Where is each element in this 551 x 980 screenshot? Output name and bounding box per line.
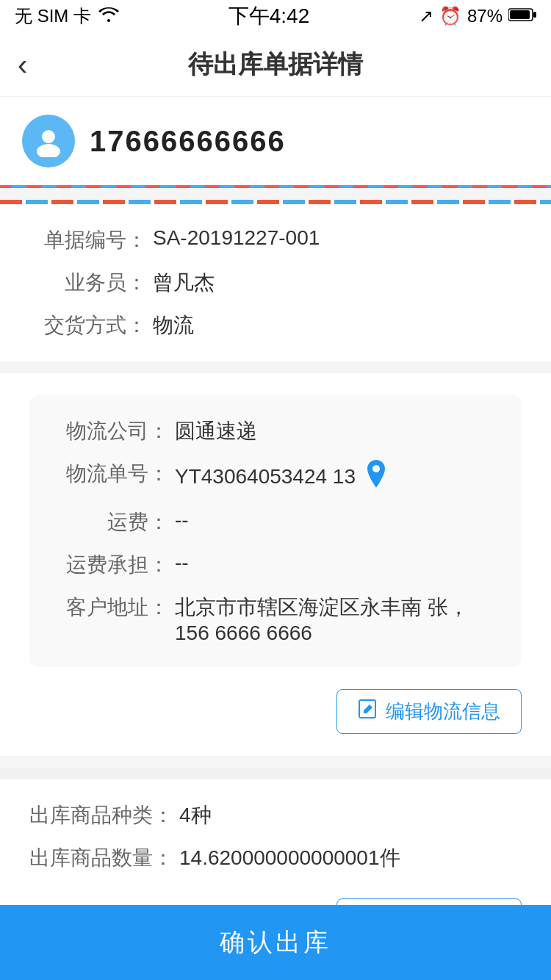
logistics-company-label: 物流公司： xyxy=(51,417,169,445)
status-bar-right: ↗ ⏰ 87% xyxy=(419,6,536,26)
location-pin-icon[interactable] xyxy=(364,460,388,494)
tracking-row: 物流单号： YT43064053424 13 xyxy=(51,460,500,494)
freight-bear-value: -- xyxy=(175,551,500,574)
customer-header: 17666666666 xyxy=(0,97,551,188)
delivery-value: 物流 xyxy=(153,311,522,339)
goods-types-label: 出库商品种类： xyxy=(29,801,173,829)
staff-label: 业务员： xyxy=(29,269,147,297)
edit-logistics-btn-wrap: 编辑物流信息 xyxy=(29,682,522,734)
logistics-company-value: 圆通速递 xyxy=(175,417,500,445)
back-button[interactable]: ‹ xyxy=(18,50,27,79)
svg-point-3 xyxy=(42,130,55,143)
wifi-icon xyxy=(98,6,119,26)
order-number-label: 单据编号： xyxy=(29,226,147,254)
address-value: 北京市市辖区海淀区永丰南 张，156 6666 6666 xyxy=(175,594,500,645)
status-bar: 无 SIM 卡 下午4:42 ↗ ⏰ 87% xyxy=(0,0,551,32)
freight-row: 运费： -- xyxy=(51,508,500,536)
location-status-icon: ↗ xyxy=(419,6,433,26)
svg-rect-1 xyxy=(533,12,536,18)
svg-point-4 xyxy=(37,144,60,157)
logistics-card: 物流公司： 圆通速递 物流单号： YT43064053424 13 运费： -- xyxy=(29,395,522,667)
logistics-section: 物流公司： 圆通速递 物流单号： YT43064053424 13 运费： -- xyxy=(0,373,551,756)
goods-quantity-row: 出库商品数量： 14.620000000000001件 xyxy=(29,844,522,872)
goods-quantity-label: 出库商品数量： xyxy=(29,844,173,872)
customer-phone: 17666666666 xyxy=(90,125,286,158)
delivery-label: 交货方式： xyxy=(29,311,147,339)
order-info-section: 单据编号： SA-20191227-001 业务员： 曾凡杰 交货方式： 物流 xyxy=(0,204,551,361)
edit-icon xyxy=(358,699,378,724)
section-separator xyxy=(0,768,551,779)
staff-value: 曾凡杰 xyxy=(153,269,522,297)
freight-bear-row: 运费承担： -- xyxy=(51,551,500,579)
freight-label: 运费： xyxy=(51,508,169,536)
logistics-company-row: 物流公司： 圆通速递 xyxy=(51,417,500,445)
battery-icon xyxy=(508,6,536,26)
goods-types-row: 出库商品种类： 4种 xyxy=(29,801,522,829)
nav-bar: ‹ 待出库单据详情 xyxy=(0,32,551,97)
order-number-row: 单据编号： SA-20191227-001 xyxy=(29,226,522,254)
edit-logistics-button[interactable]: 编辑物流信息 xyxy=(336,689,522,734)
address-label: 客户地址： xyxy=(51,594,169,621)
edit-logistics-label: 编辑物流信息 xyxy=(386,699,500,724)
goods-quantity-value: 14.620000000000001件 xyxy=(179,844,522,872)
order-number-value: SA-20191227-001 xyxy=(153,226,522,250)
status-bar-left: 无 SIM 卡 xyxy=(15,4,119,28)
tracking-value-wrap: YT43064053424 13 xyxy=(175,460,500,494)
alarm-icon: ⏰ xyxy=(439,6,461,26)
address-row: 客户地址： 北京市市辖区海淀区永丰南 张，156 6666 6666 xyxy=(51,594,500,645)
staff-row: 业务员： 曾凡杰 xyxy=(29,269,522,297)
user-icon xyxy=(32,125,65,157)
confirm-button[interactable]: 确认出库 xyxy=(220,926,331,959)
carrier-label: 无 SIM 卡 xyxy=(15,4,91,28)
status-bar-time: 下午4:42 xyxy=(228,2,310,30)
freight-bear-label: 运费承担： xyxy=(51,551,169,579)
page-title: 待出库单据详情 xyxy=(188,48,363,82)
battery-percent: 87% xyxy=(467,6,503,26)
delivery-row: 交货方式： 物流 xyxy=(29,311,522,339)
goods-types-value: 4种 xyxy=(179,801,522,829)
svg-rect-2 xyxy=(510,10,530,19)
tracking-label: 物流单号： xyxy=(51,460,169,488)
tracking-number: YT43064053424 13 xyxy=(175,465,356,489)
freight-value: -- xyxy=(175,508,500,532)
avatar xyxy=(22,115,75,167)
confirm-btn-area: 确认出库 xyxy=(0,905,551,980)
